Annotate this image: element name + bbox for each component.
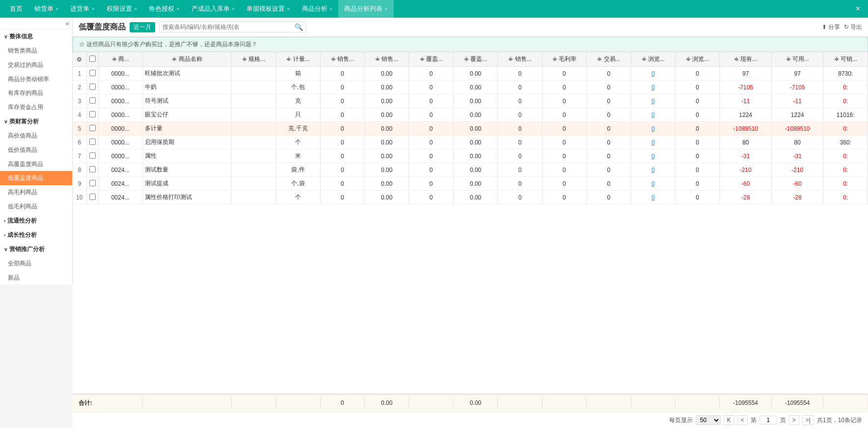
sidebar-item-high-coverage[interactable]: 高覆盖度商品: [0, 157, 72, 171]
sidebar-item-sales-goods[interactable]: 销售类商品: [0, 44, 72, 58]
col-name[interactable]: ≑ 商品名称: [142, 52, 231, 67]
col-sales3[interactable]: ≑ 销售...: [498, 52, 542, 67]
sidebar-section-wealth[interactable]: ∨ 类财富分析: [0, 114, 72, 129]
browse-link[interactable]: 0: [651, 84, 655, 91]
browse-link[interactable]: 0: [651, 153, 655, 160]
sidebar-section-liquidity[interactable]: › 流通性分析: [0, 214, 72, 228]
col-browse2[interactable]: ≑ 浏览...: [676, 52, 720, 67]
row-checkbox[interactable]: [89, 166, 96, 172]
sidebar-item-category-turnover[interactable]: 商品分类动销率: [0, 72, 72, 86]
col-current-stock[interactable]: ≑ 现有...: [720, 52, 772, 67]
prev-page-button[interactable]: <: [737, 415, 748, 425]
col-transaction[interactable]: ≑ 交易...: [587, 52, 631, 67]
cell-checkbox[interactable]: [86, 108, 98, 122]
sidebar-section-growth[interactable]: › 成长性分析: [0, 228, 72, 242]
nav-home[interactable]: 首页: [4, 0, 28, 18]
search-input[interactable]: [163, 24, 293, 30]
sidebar-item-high-value[interactable]: 高价值商品: [0, 129, 72, 143]
sidebar-item-low-coverage[interactable]: 低覆盖度商品: [0, 171, 72, 185]
nav-sales-order[interactable]: 销货单 ×: [28, 0, 64, 18]
nav-template-settings[interactable]: 单据模板设置 ×: [241, 0, 296, 18]
cell-checkbox[interactable]: [86, 149, 98, 163]
nav-close-product-analysis[interactable]: ×: [329, 6, 332, 12]
sidebar-collapse-button[interactable]: «: [66, 20, 69, 27]
col-spec[interactable]: ≑ 规格...: [231, 52, 275, 67]
sidebar-item-low-value[interactable]: 低价值商品: [0, 143, 72, 157]
row-checkbox[interactable]: [89, 97, 96, 104]
select-all-checkbox[interactable]: [89, 56, 96, 62]
nav-close-sales[interactable]: ×: [55, 6, 58, 12]
cell-browse1[interactable]: 0: [631, 94, 675, 108]
sidebar-item-high-margin[interactable]: 高毛利商品: [0, 185, 72, 200]
sidebar-item-all-goods[interactable]: 全部商品: [0, 257, 72, 271]
col-unit[interactable]: ≑ 计量...: [276, 52, 320, 67]
col-gross-margin[interactable]: ≑ 毛利率: [542, 52, 586, 67]
row-checkbox[interactable]: [89, 84, 96, 90]
row-checkbox[interactable]: [89, 139, 96, 145]
sidebar-item-inventory-capital[interactable]: 库存资金占用: [0, 100, 72, 114]
last-page-button[interactable]: >|: [802, 415, 814, 425]
row-checkbox[interactable]: [89, 180, 96, 186]
row-checkbox[interactable]: [89, 70, 96, 76]
cell-checkbox[interactable]: [86, 67, 98, 81]
row-checkbox[interactable]: [89, 194, 96, 200]
cell-browse1[interactable]: 0: [631, 81, 675, 94]
row-checkbox[interactable]: [89, 125, 96, 131]
nav-product-analysis[interactable]: 商品分析 ×: [296, 0, 338, 18]
sidebar-item-traded-goods[interactable]: 交易过的商品: [0, 58, 72, 72]
sidebar-item-new-goods[interactable]: 新品: [0, 271, 72, 285]
cell-browse1[interactable]: 0: [631, 122, 675, 136]
col-coverage1[interactable]: ≑ 覆盖...: [409, 52, 453, 67]
cell-browse1[interactable]: 0: [631, 108, 675, 122]
cell-browse1[interactable]: 0: [631, 149, 675, 163]
sidebar-item-low-margin[interactable]: 低毛利商品: [0, 200, 72, 214]
share-button[interactable]: ⬆ 分享: [822, 23, 840, 31]
nav-permission-settings[interactable]: 权限设置 ×: [101, 0, 143, 18]
col-coverage2[interactable]: ≑ 覆盖...: [453, 52, 497, 67]
col-sales-amount[interactable]: ≑ 销售...: [365, 52, 409, 67]
cell-checkbox[interactable]: [86, 163, 98, 177]
col-sales-count[interactable]: ≑ 销售...: [320, 52, 364, 67]
col-code[interactable]: ≑ 商...: [98, 52, 142, 67]
nav-product-inbound[interactable]: 产成品入库单 ×: [186, 0, 241, 18]
browse-link[interactable]: 0: [651, 139, 655, 146]
col-browse1[interactable]: ≑ 浏览...: [631, 52, 675, 67]
nav-purchase-order[interactable]: 进货单 ×: [64, 0, 100, 18]
page-number-input[interactable]: [760, 416, 777, 425]
nav-close-analysis-list[interactable]: ×: [384, 6, 387, 12]
sidebar-section-marketing[interactable]: ∨ 营销推广分析: [0, 242, 72, 257]
browse-link[interactable]: 0: [651, 194, 655, 201]
cell-checkbox[interactable]: [86, 177, 98, 191]
nav-close-template[interactable]: ×: [287, 6, 290, 12]
browse-link[interactable]: 0: [651, 98, 655, 105]
first-page-button[interactable]: K: [724, 415, 734, 425]
cell-browse1[interactable]: 0: [631, 163, 675, 177]
cell-browse1[interactable]: 0: [631, 67, 675, 81]
browse-link[interactable]: 0: [651, 167, 655, 173]
nav-close-role[interactable]: ×: [176, 6, 179, 12]
nav-close-purchase[interactable]: ×: [91, 6, 94, 12]
cell-checkbox[interactable]: [86, 191, 98, 204]
per-page-select[interactable]: 50 20 100 200: [696, 415, 721, 425]
row-checkbox[interactable]: [89, 111, 96, 117]
time-filter-button[interactable]: 近一月: [130, 22, 155, 32]
settings-icon[interactable]: ⚙: [77, 56, 82, 63]
browse-link[interactable]: 0: [651, 70, 655, 77]
nav-close-product-inbound[interactable]: ×: [232, 6, 235, 12]
row-checkbox[interactable]: [89, 152, 96, 159]
next-page-button[interactable]: >: [789, 415, 799, 425]
browse-link[interactable]: 0: [651, 125, 655, 132]
cell-checkbox[interactable]: [86, 81, 98, 94]
browse-link[interactable]: 0: [651, 180, 655, 187]
col-sellable[interactable]: ≑ 可销...: [823, 52, 868, 67]
cell-browse1[interactable]: 0: [631, 177, 675, 191]
cell-checkbox[interactable]: [86, 136, 98, 149]
sidebar-section-overall[interactable]: ∨ 整体信息: [0, 29, 72, 44]
nav-product-analysis-list[interactable]: 商品分析列表 ×: [338, 0, 393, 18]
cell-browse1[interactable]: 0: [631, 191, 675, 204]
col-available-stock[interactable]: ≑ 可用...: [771, 52, 823, 67]
export-button[interactable]: ↻ 导出: [844, 23, 862, 31]
cell-browse1[interactable]: 0: [631, 136, 675, 149]
cell-checkbox[interactable]: [86, 122, 98, 136]
table-wrapper[interactable]: ⚙ ≑ 商... ≑ 商品名称 ≑ 规格...: [73, 52, 868, 394]
